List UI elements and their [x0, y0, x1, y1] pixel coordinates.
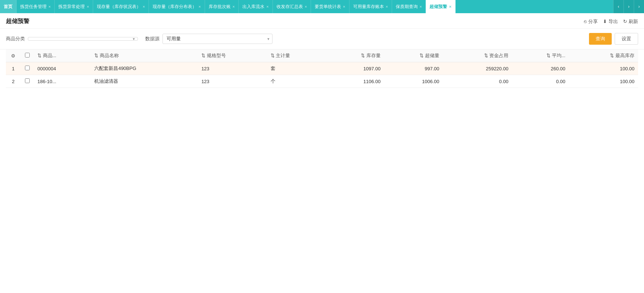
header-actions: ⎋ 分享 ⬇ 导出 ↻ 刷新 — [584, 18, 638, 25]
datasource-label: 数据源 — [145, 36, 160, 42]
refresh-icon: ↻ — [623, 19, 627, 24]
table-row: 1 0000004 六配套新昌490BPG 123 套 1097.00 997.… — [6, 62, 638, 75]
cell-overstock: 1006.00 — [384, 75, 443, 88]
gear-icon[interactable]: ⚙ — [11, 53, 15, 59]
nav-more-button[interactable]: › — [634, 0, 644, 13]
cell-overstock: 997.00 — [384, 62, 443, 75]
page-header: 超储预警 ⎋ 分享 ⬇ 导出 ↻ 刷新 — [0, 13, 644, 29]
top-nav: 首页 拣货任务管理 × 拣货异常处理 × 现存量（库存状况表） × 现存量（库存… — [0, 0, 644, 13]
export-button[interactable]: ⬇ 导出 — [603, 18, 618, 25]
nav-next-button[interactable]: › — [623, 0, 634, 13]
nav-tab-available-account[interactable]: 可用量库存账本 × — [350, 0, 392, 13]
th-gear[interactable]: ⚙ — [6, 49, 21, 62]
close-icon[interactable]: × — [87, 4, 89, 9]
nav-tab-home[interactable]: 首页 — [0, 0, 17, 13]
nav-tab-quality-check[interactable]: 保质期查询 × — [392, 0, 426, 13]
th-overstock[interactable]: ⇅ 超储量 — [384, 49, 443, 62]
filter-buttons: 查询 设置 — [589, 33, 638, 45]
th-avg[interactable]: ⇅ 平均... — [512, 49, 569, 62]
th-product-code[interactable]: ⇅ 商品... — [34, 49, 91, 62]
category-select-wrapper: ▾ — [28, 37, 138, 41]
th-checkbox[interactable] — [21, 49, 34, 62]
close-icon[interactable]: × — [343, 4, 345, 9]
data-table: ⚙ ⇅ 商品... ⇅ 商品名称 ⇅ 规格型号 — [6, 49, 638, 88]
cell-capital: 259220.00 — [443, 62, 512, 75]
close-icon[interactable]: × — [449, 4, 451, 9]
table-row: 2 186-10... 机油滤清器 123 个 1106.00 1006.00 … — [6, 75, 638, 88]
cell-product-name: 机油滤清器 — [91, 75, 198, 88]
close-icon[interactable]: × — [266, 4, 268, 9]
nav-tab-abnormal[interactable]: 拣货异常处理 × — [55, 0, 93, 13]
refresh-button[interactable]: ↻ 刷新 — [623, 18, 638, 25]
cell-max-stock: 100.00 — [569, 62, 638, 75]
nav-tab-inventory-status[interactable]: 现存量（库存状况表） × — [93, 0, 149, 13]
category-select[interactable]: ▾ — [28, 37, 138, 41]
cell-avg: 0.00 — [512, 75, 569, 88]
share-icon: ⎋ — [584, 19, 587, 24]
query-button[interactable]: 查询 — [589, 33, 612, 45]
page-title: 超储预警 — [6, 18, 29, 25]
row-checkbox-cell[interactable] — [21, 62, 34, 75]
share-button[interactable]: ⎋ 分享 — [584, 18, 598, 25]
close-icon[interactable]: × — [386, 4, 388, 9]
nav-tab-collect-send[interactable]: 收发存汇总表 × — [273, 0, 311, 13]
cell-product-code: 186-10... — [34, 75, 91, 88]
cell-product-code: 0000004 — [34, 62, 91, 75]
close-icon[interactable]: × — [305, 4, 307, 9]
cell-spec: 123 — [198, 75, 267, 88]
nav-tab-batch-account[interactable]: 库存批次账 × — [205, 0, 239, 13]
cell-unit: 个 — [267, 75, 326, 88]
cell-spec: 123 — [198, 62, 267, 75]
nav-tab-in-out-flow[interactable]: 出入库流水 × — [239, 0, 272, 13]
th-product-name[interactable]: ⇅ 商品名称 — [91, 49, 198, 62]
close-icon[interactable]: × — [233, 4, 235, 9]
page-container: 超储预警 ⎋ 分享 ⬇ 导出 ↻ 刷新 商品分类 ▾ — [0, 13, 644, 293]
datasource-select-wrapper: 可用量 ▾ — [162, 34, 272, 44]
row-checkbox[interactable] — [25, 78, 30, 83]
table-container: ⚙ ⇅ 商品... ⇅ 商品名称 ⇅ 规格型号 — [0, 49, 644, 88]
cell-avg: 260.00 — [512, 62, 569, 75]
th-capital[interactable]: ⇅ 资金占用 — [443, 49, 512, 62]
cell-max-stock: 100.00 — [569, 75, 638, 88]
nav-tab-task-mgmt[interactable]: 拣货任务管理 × — [17, 0, 55, 13]
th-unit[interactable]: ⇅ 主计量 — [267, 49, 326, 62]
close-icon[interactable]: × — [198, 4, 201, 9]
cell-stock: 1097.00 — [326, 62, 384, 75]
cell-unit: 套 — [267, 62, 326, 75]
row-num: 1 — [6, 62, 21, 75]
th-max-stock[interactable]: ⇅ 最高库存 — [569, 49, 638, 62]
cell-product-name: 六配套新昌490BPG — [91, 62, 198, 75]
nav-tab-order-stats[interactable]: 要货单统计表 × — [311, 0, 349, 13]
category-label: 商品分类 — [6, 36, 25, 42]
chevron-down-icon: ▾ — [133, 37, 135, 41]
close-icon[interactable]: × — [420, 4, 422, 9]
select-all-checkbox[interactable] — [25, 53, 30, 58]
cell-capital: 0.00 — [443, 75, 512, 88]
row-num: 2 — [6, 75, 21, 88]
category-filter: 商品分类 ▾ — [6, 36, 138, 42]
chevron-down-icon: ▾ — [267, 37, 270, 41]
cell-stock: 1106.00 — [326, 75, 384, 88]
th-spec[interactable]: ⇅ 规格型号 — [198, 49, 267, 62]
nav-tab-overstock-warning[interactable]: 超储预警 × — [426, 0, 455, 13]
row-checkbox-cell[interactable] — [21, 75, 34, 88]
datasource-select[interactable]: 可用量 ▾ — [162, 34, 272, 44]
nav-arrows: ‹ › › — [613, 0, 644, 13]
table-header-row: ⚙ ⇅ 商品... ⇅ 商品名称 ⇅ 规格型号 — [6, 49, 638, 62]
nav-tab-inventory-dist[interactable]: 现存量（库存分布表） × — [149, 0, 205, 13]
th-stock[interactable]: ⇅ 库存量 — [326, 49, 384, 62]
export-icon: ⬇ — [603, 19, 607, 24]
close-icon[interactable]: × — [48, 4, 51, 9]
nav-prev-button[interactable]: ‹ — [613, 0, 623, 13]
filter-bar: 商品分类 ▾ 数据源 可用量 ▾ 查询 设置 — [0, 29, 644, 49]
close-icon[interactable]: × — [143, 4, 145, 9]
datasource-filter: 数据源 可用量 ▾ — [145, 34, 272, 44]
settings-button[interactable]: 设置 — [615, 33, 638, 45]
row-checkbox[interactable] — [25, 66, 30, 70]
